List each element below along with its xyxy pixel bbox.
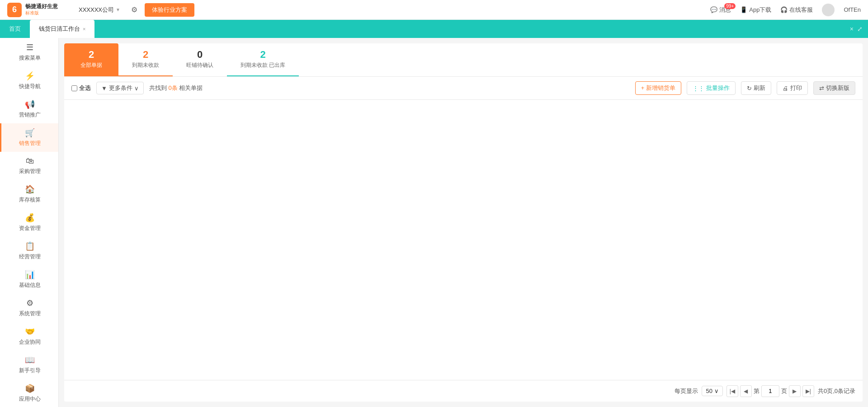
- filter-btn[interactable]: ▼ 更多条件 ∨: [96, 82, 144, 94]
- sidebar-label-finance: 资金管理: [19, 225, 41, 232]
- sidebar-item-search[interactable]: ☰ 搜索菜单: [0, 38, 58, 66]
- stat-tab-shipped[interactable]: 2 到期未收款 已出库: [227, 43, 299, 76]
- settings-icon[interactable]: ⚙: [129, 4, 139, 16]
- online-service-action[interactable]: 🎧 在线客服: [780, 6, 813, 14]
- basic-info-icon: 📊: [25, 270, 35, 280]
- system-icon: ⚙: [26, 298, 33, 308]
- avatar[interactable]: [822, 4, 835, 16]
- select-all-checkbox[interactable]: 全选: [71, 84, 91, 92]
- user-name: OfTEn: [844, 6, 861, 13]
- sidebar-label-nav: 快捷导航: [19, 83, 41, 90]
- print-btn[interactable]: 🖨 打印: [777, 81, 808, 95]
- sidebar-item-app-center[interactable]: 📦 应用中心: [0, 379, 58, 407]
- sidebar-label-purchase: 采购管理: [19, 168, 41, 175]
- stat-number-shipped: 2: [260, 50, 266, 60]
- sidebar-item-finance[interactable]: 💰 资金管理: [0, 208, 58, 237]
- page-suffix: 页: [781, 387, 787, 395]
- stat-label-all: 全部单据: [80, 61, 102, 69]
- sidebar-item-operations[interactable]: 📋 经营管理: [0, 237, 58, 265]
- sidebar-item-nav[interactable]: ⚡ 快捷导航: [0, 66, 58, 95]
- stat-label-wangpu: 旺铺待确认: [186, 61, 213, 69]
- app-subtitle: 标准版: [25, 10, 58, 16]
- page-size-value: 50: [706, 388, 712, 394]
- per-page-label: 每页显示: [675, 387, 698, 395]
- sidebar-item-inventory[interactable]: 🏠 库存核算: [0, 180, 58, 208]
- header-right: 💬 消息 99+ 📱 App下载 🎧 在线客服 OfTEn: [710, 4, 861, 16]
- first-page-btn[interactable]: |◀: [726, 385, 738, 397]
- switch-new-version-btn[interactable]: ⇄ 切换新版: [813, 81, 855, 95]
- chevron-down-icon: ▼: [116, 7, 120, 12]
- refresh-btn[interactable]: ↻ 刷新: [741, 81, 771, 95]
- app-download-action[interactable]: 📱 App下载: [740, 6, 771, 14]
- pagination-bar: 每页显示 50 ∨ |◀ ◀ 第 页 ▶ ▶| 共0页,0条记录: [64, 380, 863, 402]
- app-title: 畅捷通好生意: [25, 3, 58, 9]
- prev-page-btn[interactable]: ◀: [740, 385, 752, 397]
- stat-label-overdue: 到期未收款: [132, 61, 159, 69]
- cooperation-icon: 🤝: [25, 327, 35, 337]
- app-download-label: App下载: [749, 6, 771, 14]
- company-selector[interactable]: XXXXXX公司 ▼: [75, 4, 124, 16]
- sidebar-label-sales: 销售管理: [19, 140, 41, 147]
- sidebar-label-system: 系统管理: [19, 310, 41, 318]
- guide-icon: 📖: [25, 355, 35, 365]
- tab-close-all-icon[interactable]: ×: [850, 25, 854, 33]
- experience-btn[interactable]: 体验行业方案: [145, 3, 194, 17]
- toolbar: 全选 ▼ 更多条件 ∨ 共找到 0条 相关单据 + 新增销货单: [64, 77, 863, 100]
- last-page-btn[interactable]: ▶|: [802, 385, 814, 397]
- inventory-icon: 🏠: [25, 184, 35, 194]
- download-icon: 📱: [740, 6, 747, 13]
- sidebar-item-basic-info[interactable]: 📊 基础信息: [0, 265, 58, 294]
- add-sales-btn[interactable]: + 新增销货单: [635, 81, 681, 95]
- stat-label-shipped: 到期未收款 已出库: [241, 61, 285, 69]
- found-count: 0条: [169, 84, 178, 91]
- message-action[interactable]: 💬 消息 99+: [710, 6, 731, 14]
- select-all-input[interactable]: [71, 85, 77, 91]
- finance-icon: 💰: [25, 213, 35, 223]
- print-icon: 🖨: [783, 85, 788, 92]
- company-name: XXXXXX公司: [79, 6, 114, 14]
- filter-icon: ▼: [101, 85, 107, 92]
- sidebar-item-cooperation[interactable]: 🤝 企业协同: [0, 322, 58, 351]
- sidebar-item-guide[interactable]: 📖 新手引导: [0, 351, 58, 379]
- operations-icon: 📋: [25, 241, 35, 251]
- message-badge: 99+: [724, 3, 736, 9]
- sidebar-label-app-center: 应用中心: [19, 395, 41, 403]
- page-input[interactable]: [761, 385, 779, 397]
- tab-close-icon[interactable]: ×: [83, 26, 85, 32]
- sidebar-item-purchase[interactable]: 🛍 采购管理: [0, 152, 58, 180]
- sidebar-label-inventory: 库存核算: [19, 196, 41, 204]
- switch-icon: ⇄: [819, 85, 824, 92]
- sidebar-label-guide: 新手引导: [19, 367, 41, 374]
- tab-home[interactable]: 首页: [0, 20, 30, 38]
- tab-workbench-label: 钱货日清工作台: [39, 25, 80, 33]
- page-size-select[interactable]: 50 ∨: [702, 386, 722, 396]
- header-center: XXXXXX公司 ▼ ⚙ 体验行业方案: [66, 3, 710, 17]
- sidebar-item-sales[interactable]: 🛒 销售管理: [0, 123, 58, 152]
- filter-chevron-icon: ∨: [134, 85, 139, 92]
- top-header: 6 畅捷通好生意 标准版 XXXXXX公司 ▼ ⚙ 体验行业方案 💬 消息 99…: [0, 0, 868, 20]
- nav-icon: ⚡: [25, 71, 35, 81]
- batch-icon: ⋮⋮: [693, 85, 704, 92]
- sidebar-label-operations: 经营管理: [19, 253, 41, 261]
- stat-tab-all[interactable]: 2 全部单据: [64, 43, 118, 76]
- online-service-label: 在线客服: [789, 6, 813, 14]
- sidebar-label-search: 搜索菜单: [19, 54, 41, 62]
- select-all-label: 全选: [79, 84, 91, 92]
- next-page-btn[interactable]: ▶: [789, 385, 801, 397]
- stat-tab-wangpu[interactable]: 0 旺铺待确认: [173, 43, 227, 76]
- refresh-icon: ↻: [747, 85, 752, 92]
- sidebar-label-cooperation: 企业协同: [19, 338, 41, 346]
- table-area: [64, 100, 863, 380]
- sidebar-label-marketing: 营销推广: [19, 111, 41, 119]
- sidebar-item-system[interactable]: ⚙ 系统管理: [0, 294, 58, 322]
- sidebar: ☰ 搜索菜单 ⚡ 快捷导航 📢 营销推广 🛒 销售管理 🛍 采购管理 🏠 库存核…: [0, 38, 59, 407]
- stat-tab-overdue[interactable]: 2 到期未收款: [118, 43, 173, 76]
- tab-expand-icon[interactable]: ⤢: [857, 25, 863, 33]
- sidebar-item-marketing[interactable]: 📢 营销推广: [0, 95, 58, 123]
- filter-label: 更多条件: [109, 84, 132, 92]
- service-icon: 🎧: [780, 6, 788, 13]
- marketing-icon: 📢: [25, 99, 35, 109]
- batch-operation-btn[interactable]: ⋮⋮ 批量操作: [687, 81, 736, 95]
- found-text: 共找到 0条 相关单据: [149, 84, 203, 92]
- tab-workbench[interactable]: 钱货日清工作台 ×: [30, 20, 94, 38]
